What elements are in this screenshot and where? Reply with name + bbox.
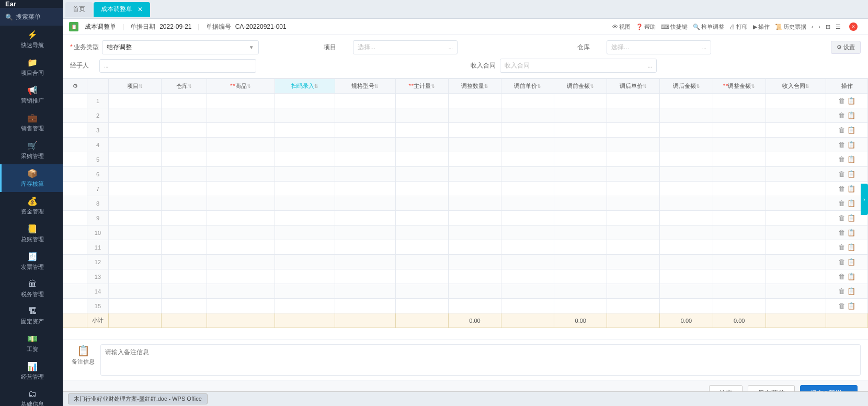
cell-7-12[interactable] <box>395 255 448 269</box>
cell-6-14[interactable] <box>335 284 396 299</box>
cell-11-11[interactable] <box>607 240 660 255</box>
cell-7-11[interactable] <box>395 240 448 255</box>
cell-9-14[interactable] <box>501 284 554 299</box>
cell-12-9[interactable] <box>660 211 713 225</box>
cell-2-6[interactable] <box>108 167 161 182</box>
cell-2-14[interactable] <box>108 284 161 299</box>
cell-11-1[interactable] <box>607 94 660 108</box>
toolbar-action-check-adjust[interactable]: 🔍检单调整 <box>693 23 724 31</box>
cell-9-8[interactable] <box>501 196 554 211</box>
cell-3-8[interactable] <box>161 196 207 211</box>
cell-12-11[interactable] <box>660 240 713 255</box>
copy-row-15[interactable]: 📋 <box>847 302 855 310</box>
copy-row-6[interactable]: 📋 <box>847 170 855 178</box>
tab-cost-adjust[interactable]: 成本调整单✕ <box>94 2 150 17</box>
cell-10-3[interactable] <box>554 123 607 138</box>
cell-3-15[interactable] <box>161 299 207 313</box>
cell-6-9[interactable] <box>335 211 396 225</box>
sidebar-item-sales-promo[interactable]: 📢营销推广 <box>0 81 63 109</box>
cell-10-2[interactable] <box>554 108 607 123</box>
notes-icon[interactable]: 📋 <box>70 344 96 357</box>
cell-14-5[interactable] <box>766 152 826 167</box>
cell-11-14[interactable] <box>607 284 660 299</box>
cell-12-14[interactable] <box>660 284 713 299</box>
cell-10-1[interactable] <box>554 94 607 108</box>
sidebar-item-ledger[interactable]: 📒总账管理 <box>0 220 63 247</box>
cell-7-7[interactable] <box>395 182 448 196</box>
income-contract-input[interactable]: 收入合同 ... <box>500 59 657 73</box>
cell-14-7[interactable] <box>766 182 826 196</box>
cell-4-15[interactable] <box>207 299 275 313</box>
sort-after_amount[interactable]: ⇅ <box>696 84 700 89</box>
cell-14-6[interactable] <box>766 167 826 182</box>
cell-4-8[interactable] <box>207 196 275 211</box>
delete-row-2[interactable]: 🗑 <box>838 111 845 119</box>
cell-5-2[interactable] <box>275 108 335 123</box>
copy-row-8[interactable]: 📋 <box>847 199 855 207</box>
cell-3-13[interactable] <box>161 269 207 284</box>
sidebar-item-purchase-mgmt[interactable]: 🛒采购管理 <box>0 137 63 164</box>
cell-3-3[interactable] <box>161 123 207 138</box>
sidebar-item-sales-mgmt[interactable]: 💼销售管理 <box>0 109 63 137</box>
toolbar-action-help[interactable]: ❓帮助 <box>636 23 656 31</box>
cell-11-12[interactable] <box>607 255 660 269</box>
cell-6-4[interactable] <box>335 138 396 152</box>
cell-7-1[interactable] <box>395 94 448 108</box>
cell-8-15[interactable] <box>448 299 501 313</box>
sort-warehouse[interactable]: ⇅ <box>188 84 192 89</box>
toolbar-action-print[interactable]: 🖨打印 <box>729 23 748 31</box>
cell-4-10[interactable] <box>207 225 275 240</box>
cell-6-15[interactable] <box>335 299 396 313</box>
cell-10-6[interactable] <box>554 167 607 182</box>
cell-2-7[interactable] <box>108 182 161 196</box>
delete-row-1[interactable]: 🗑 <box>838 97 845 105</box>
cell-11-7[interactable] <box>607 182 660 196</box>
biz-type-input[interactable]: 结存调整 ▼ <box>102 40 259 54</box>
delete-row-15[interactable]: 🗑 <box>838 302 845 310</box>
col-scan[interactable]: 扫码录入⇅ <box>275 79 335 94</box>
side-collapse-handle[interactable]: › <box>861 184 868 215</box>
cell-6-1[interactable] <box>335 94 396 108</box>
cell-3-1[interactable] <box>161 94 207 108</box>
cell-3-11[interactable] <box>161 240 207 255</box>
cell-11-3[interactable] <box>607 123 660 138</box>
delete-row-12[interactable]: 🗑 <box>838 258 845 266</box>
cell-12-12[interactable] <box>660 255 713 269</box>
cell-8-10[interactable] <box>448 225 501 240</box>
cell-11-15[interactable] <box>607 299 660 313</box>
cell-14-3[interactable] <box>766 123 826 138</box>
handler-input[interactable]: ... <box>99 59 256 73</box>
sort-prev_amount[interactable]: ⇅ <box>590 84 594 89</box>
cell-9-1[interactable] <box>501 94 554 108</box>
cell-9-2[interactable] <box>501 108 554 123</box>
cell-5-9[interactable] <box>275 211 335 225</box>
cell-3-2[interactable] <box>161 108 207 123</box>
copy-row-4[interactable]: 📋 <box>847 141 855 149</box>
cell-6-10[interactable] <box>335 225 396 240</box>
cell-2-15[interactable] <box>108 299 161 313</box>
cell-14-9[interactable] <box>766 211 826 225</box>
toolbar-action-history[interactable]: 📜历史票据 <box>775 23 806 31</box>
sidebar-item-project-contract[interactable]: 📁项目合同 <box>0 53 63 81</box>
cell-3-10[interactable] <box>161 225 207 240</box>
copy-row-11[interactable]: 📋 <box>847 243 855 251</box>
cell-5-7[interactable] <box>275 182 335 196</box>
cell-10-13[interactable] <box>554 269 607 284</box>
toolbar-action-shortcut[interactable]: ⌨快捷键 <box>661 23 688 31</box>
cell-8-2[interactable] <box>448 108 501 123</box>
cell-12-1[interactable] <box>660 94 713 108</box>
cell-13-2[interactable] <box>713 108 766 123</box>
sidebar-search[interactable]: 🔍 搜索菜单 <box>0 8 63 26</box>
cell-4-12[interactable] <box>207 255 275 269</box>
cell-5-15[interactable] <box>275 299 335 313</box>
cell-9-15[interactable] <box>501 299 554 313</box>
cell-7-14[interactable] <box>395 284 448 299</box>
cell-4-13[interactable] <box>207 269 275 284</box>
cell-3-5[interactable] <box>161 152 207 167</box>
cell-9-3[interactable] <box>501 123 554 138</box>
copy-row-1[interactable]: 📋 <box>847 97 855 105</box>
cell-3-4[interactable] <box>161 138 207 152</box>
cell-9-12[interactable] <box>501 255 554 269</box>
copy-row-12[interactable]: 📋 <box>847 258 855 266</box>
cell-10-7[interactable] <box>554 182 607 196</box>
